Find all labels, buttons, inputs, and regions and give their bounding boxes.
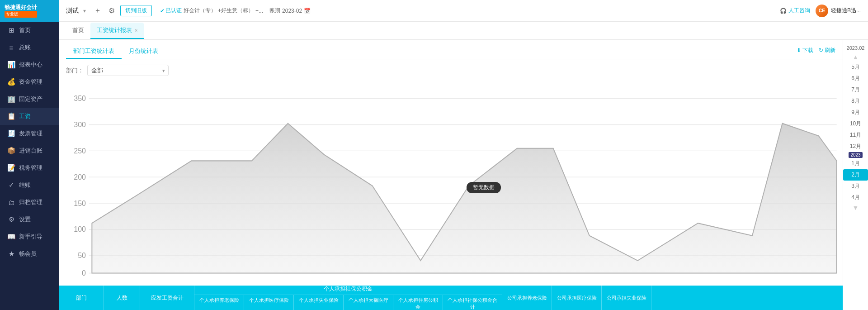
user-menu[interactable]: CE 轻捷通B迅... bbox=[816, 5, 861, 17]
headset-icon: 🎧 bbox=[780, 8, 787, 14]
sidebar-item-tax[interactable]: 📝 税务管理 bbox=[0, 159, 59, 176]
switch-version-button[interactable]: 切到旧版 bbox=[120, 5, 152, 16]
right-panel-month-10[interactable]: 10月 bbox=[843, 118, 868, 129]
th-c-unemploy: 公司承担失业保险 bbox=[602, 286, 651, 310]
download-icon: ⬇ bbox=[797, 47, 801, 53]
home-icon: ⊞ bbox=[7, 26, 15, 34]
main-with-panel: 部门工资统计表 月份统计表 ⬇ 下载 ↻ 刷新 bbox=[59, 40, 868, 310]
sidebar-item-guide[interactable]: 📖 新手引导 bbox=[0, 228, 59, 245]
right-panel-year-badge: 2023 bbox=[849, 152, 862, 158]
refresh-button[interactable]: ↻ 刷新 bbox=[819, 47, 835, 54]
sidebar-item-label: 进销台账 bbox=[19, 147, 42, 155]
right-panel-month-6[interactable]: 6月 bbox=[843, 73, 868, 84]
topbar-actions: ＋ ⚙ 切到旧版 bbox=[92, 5, 152, 16]
right-panel-month-9[interactable]: 9月 bbox=[843, 107, 868, 118]
calendar-icon[interactable]: 📅 bbox=[304, 8, 311, 14]
right-panel-month-12[interactable]: 12月 bbox=[843, 141, 868, 152]
assets-icon: 🏢 bbox=[7, 95, 15, 103]
sidebar-item-archive[interactable]: 🗂 归档管理 bbox=[0, 194, 59, 211]
consultant-button[interactable]: 🎧 人工咨询 bbox=[780, 7, 810, 14]
right-panel-nav-down[interactable]: ▼ bbox=[843, 203, 868, 212]
company-name: 测试 bbox=[66, 7, 79, 15]
settings-icon: ⚙ bbox=[7, 215, 15, 224]
sidebar-item-checkout[interactable]: ✓ 结账 bbox=[0, 176, 59, 194]
right-panel-nav-up[interactable]: ▲ bbox=[843, 52, 868, 62]
tab-home[interactable]: 首页 bbox=[66, 23, 90, 39]
tabbar: 首页 工资统计报表 × bbox=[59, 22, 868, 40]
dept-select[interactable]: 全部 bbox=[87, 65, 169, 76]
sidebar-item-invoice[interactable]: 🧾 发票管理 bbox=[0, 125, 59, 142]
chart-area-fill bbox=[92, 124, 836, 273]
topbar-tags: ✔ 已认证 好会计（专） +好生意（标） +... bbox=[160, 7, 263, 14]
sidebar-item-payroll[interactable]: 📋 工资 bbox=[0, 108, 59, 125]
right-panel-month-8[interactable]: 8月 bbox=[843, 95, 868, 107]
svg-text:250: 250 bbox=[74, 147, 86, 155]
logo-badge: 专业版 bbox=[5, 11, 37, 18]
sidebar-item-label: 新手引导 bbox=[19, 233, 42, 241]
svg-text:300: 300 bbox=[74, 120, 86, 129]
th-p-medical: 个人承担医疗保险 bbox=[244, 295, 294, 310]
sidebar-item-funds[interactable]: 💰 资金管理 bbox=[0, 73, 59, 91]
sidebar-item-settings[interactable]: ⚙ 设置 bbox=[0, 211, 59, 228]
right-panel-month-11[interactable]: 11月 bbox=[843, 129, 868, 141]
logo-text: 畅捷通好会计 bbox=[5, 4, 37, 11]
guide-icon: 📖 bbox=[7, 233, 15, 241]
th-p-unemploy: 个人承担失业保险 bbox=[294, 295, 344, 310]
th-dept: 部门 bbox=[59, 286, 104, 310]
sidebar-item-assets[interactable]: 🏢 固定资产 bbox=[0, 91, 59, 108]
tab-close-icon[interactable]: × bbox=[135, 28, 137, 33]
sidebar-item-member[interactable]: ★ 畅会员 bbox=[0, 245, 59, 262]
right-panel: 2023.02 ▲ 5月 6月 7月 8月 9月 10月 11月 12月 202… bbox=[843, 40, 868, 310]
chart-area: 350 300 250 200 150 100 50 0 bbox=[59, 81, 843, 286]
sidebar-item-sales[interactable]: 📦 进销台账 bbox=[0, 142, 59, 159]
add-button[interactable]: ＋ bbox=[92, 5, 103, 16]
right-panel-month-4[interactable]: 4月 bbox=[843, 192, 868, 203]
svg-text:0: 0 bbox=[82, 269, 86, 277]
topbar-right: 🎧 人工咨询 CE 轻捷通B迅... bbox=[780, 5, 861, 17]
funds-icon: 💰 bbox=[7, 78, 15, 86]
topbar: 测试 ▾ ＋ ⚙ 切到旧版 ✔ 已认证 好会计（专） +好生意（标） +... … bbox=[59, 0, 868, 22]
sales-icon: 📦 bbox=[7, 147, 15, 155]
dept-select-wrap: 全部 bbox=[87, 65, 169, 76]
svg-text:200: 200 bbox=[74, 172, 86, 181]
th-salary: 应发工资合计 bbox=[140, 286, 194, 310]
certified-tag: ✔ 已认证 bbox=[160, 7, 182, 14]
chart-svg: 350 300 250 200 150 100 50 0 bbox=[59, 86, 843, 286]
tax-icon: 📝 bbox=[7, 164, 15, 172]
right-panel-month-1[interactable]: 1月 bbox=[843, 158, 868, 169]
sidebar-item-label: 总账 bbox=[19, 43, 31, 52]
checkout-icon: ✓ bbox=[7, 181, 15, 189]
sidebar-item-label: 报表中心 bbox=[19, 61, 42, 69]
th-p-total: 个人承担社保公积金合计 bbox=[443, 295, 502, 310]
content-area: 部门工资统计表 月份统计表 ⬇ 下载 ↻ 刷新 bbox=[59, 40, 843, 310]
download-button[interactable]: ⬇ 下载 bbox=[797, 47, 813, 54]
company-dropdown[interactable]: ▾ bbox=[83, 8, 86, 14]
sidebar-item-label: 资金管理 bbox=[19, 78, 42, 86]
settings-button[interactable]: ⚙ bbox=[107, 5, 117, 16]
sidebar-item-label: 工资 bbox=[19, 112, 31, 120]
tab-payroll-report[interactable]: 工资统计报表 × bbox=[90, 23, 144, 39]
ledger-icon: ≡ bbox=[7, 44, 15, 52]
right-panel-month-2[interactable]: 2月 bbox=[843, 169, 868, 181]
right-panel-month-5[interactable]: 5月 bbox=[843, 62, 868, 73]
subtab-monthly[interactable]: 月份统计表 bbox=[122, 44, 165, 59]
main-area: 测试 ▾ ＋ ⚙ 切到旧版 ✔ 已认证 好会计（专） +好生意（标） +... … bbox=[59, 0, 868, 310]
sidebar-item-home[interactable]: ⊞ 首页 bbox=[0, 22, 59, 39]
sidebar-item-reports[interactable]: 📊 报表中心 bbox=[0, 56, 59, 73]
right-panel-month-3[interactable]: 3月 bbox=[843, 181, 868, 192]
th-c-pension: 公司承担养老保险 bbox=[502, 286, 552, 310]
th-p-pension: 个人承担养老保险 bbox=[194, 295, 244, 310]
tab-home-label: 首页 bbox=[72, 26, 84, 34]
th-p-bigmedical: 个人承担大额医疗 bbox=[344, 295, 393, 310]
sidebar-item-label: 首页 bbox=[19, 26, 31, 34]
reports-icon: 📊 bbox=[7, 61, 15, 69]
refresh-icon: ↻ bbox=[819, 47, 823, 53]
th-group-personal: 个人承担社保公积金 个人承担养老保险 个人承担医疗保险 个人承担失业保险 个人承… bbox=[194, 283, 502, 310]
sidebar-item-ledger[interactable]: ≡ 总账 bbox=[0, 39, 59, 56]
th-p-housing: 个人承担住房公积金 bbox=[393, 295, 443, 310]
certified-icon: ✔ bbox=[160, 8, 165, 14]
invoice-icon: 🧾 bbox=[7, 129, 15, 138]
right-panel-month-7[interactable]: 7月 bbox=[843, 84, 868, 95]
subtab-dept[interactable]: 部门工资统计表 bbox=[66, 44, 122, 59]
sidebar-item-label: 结账 bbox=[19, 181, 31, 189]
